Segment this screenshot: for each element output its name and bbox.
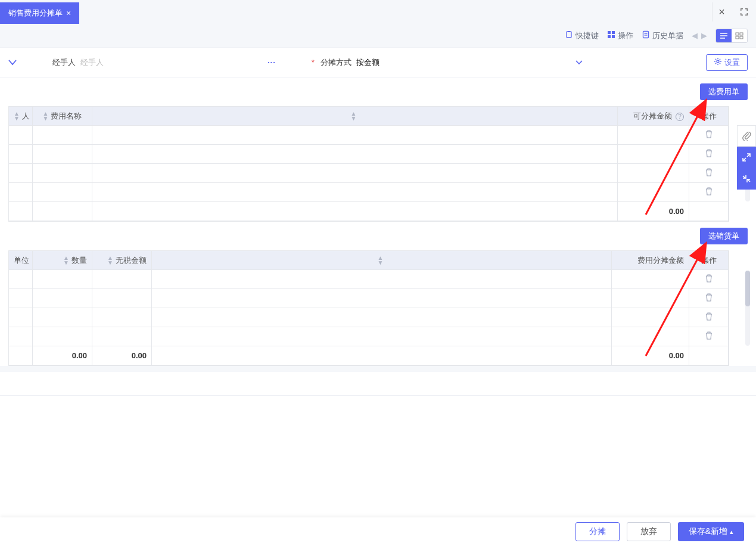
remark-area[interactable] (0, 372, 756, 396)
expense-table: 人 费用名称 可分摊金额 ? 操作 0.00 (8, 106, 729, 222)
svg-rect-1 (568, 31, 570, 32)
tab-close-icon[interactable]: × (66, 9, 71, 17)
sales-total-row: 0.00 0.00 0.00 (9, 346, 729, 365)
svg-rect-14 (736, 36, 739, 39)
chevron-up-icon: ▴ (730, 528, 733, 536)
col-operation: 操作 (689, 107, 729, 126)
history-button[interactable]: 历史单据 (642, 30, 683, 41)
view-grid-icon[interactable] (732, 29, 747, 42)
col-qty: 数量 (71, 256, 87, 265)
operate-label: 操作 (618, 30, 633, 41)
svg-rect-6 (643, 32, 649, 38)
table-row[interactable] (9, 308, 729, 327)
settings-button[interactable]: 设置 (706, 54, 748, 71)
allocate-button[interactable]: 分摊 (575, 522, 620, 541)
col-unit: 单位 (14, 256, 29, 265)
method-label: 分摊方式 (321, 57, 351, 68)
svg-point-16 (717, 60, 719, 63)
discard-button[interactable]: 放弃 (627, 522, 671, 541)
col-allocatable-amt: 可分摊金额 (633, 111, 672, 120)
sales-table: 单位 数量 无税金额 费用分摊金额 操作 0.00 0.00 (8, 250, 729, 366)
scrollbar[interactable] (745, 271, 750, 346)
sort-icon[interactable] (14, 111, 20, 121)
handler-input[interactable] (80, 58, 259, 67)
tab-bar: 销售费用分摊单 × × (0, 0, 756, 24)
svg-rect-3 (612, 31, 615, 34)
table-row[interactable] (9, 164, 729, 183)
sales-total-alloc: 0.00 (612, 346, 689, 365)
handler-more-icon[interactable]: ··· (267, 58, 276, 67)
fullscreen-icon[interactable] (738, 6, 750, 18)
expand-in-icon[interactable] (737, 168, 756, 190)
col-notax: 无税金额 (116, 256, 147, 265)
shortcut-button[interactable]: 快捷键 (565, 30, 599, 41)
method-chevron-icon[interactable] (575, 58, 583, 67)
sort-icon[interactable] (63, 256, 69, 265)
sort-icon[interactable] (107, 256, 113, 265)
trash-icon[interactable] (705, 274, 713, 284)
trash-icon[interactable] (705, 149, 713, 159)
active-tab[interactable]: 销售费用分摊单 × (0, 2, 79, 24)
attachment-icon[interactable] (737, 125, 756, 147)
gear-icon (714, 57, 722, 67)
operate-button[interactable]: 操作 (607, 30, 633, 41)
table-row[interactable] (9, 145, 729, 164)
sort-icon[interactable] (378, 256, 384, 265)
svg-rect-4 (608, 35, 611, 38)
section-gap (0, 366, 756, 372)
table-row[interactable] (9, 270, 729, 289)
col-alloc-amt: 费用分摊金额 (637, 256, 684, 265)
save-new-button[interactable]: 保存&新增 ▴ (678, 522, 744, 541)
view-toggle (715, 29, 748, 43)
col-operation: 操作 (689, 251, 729, 270)
page-close-button[interactable]: × (712, 2, 731, 21)
svg-rect-2 (608, 31, 611, 34)
nav-prev-icon[interactable]: ◀ (692, 31, 698, 40)
expense-section: 选费用单 人 费用名称 可分摊金额 ? 操作 (0, 77, 756, 222)
view-list-icon[interactable] (716, 29, 732, 42)
required-mark: * (312, 58, 315, 67)
svg-rect-15 (740, 36, 743, 39)
handler-label: 经手人 (52, 57, 76, 68)
sales-total-notax: 0.00 (92, 346, 152, 365)
sort-icon[interactable] (351, 111, 357, 121)
col-expense-name: 费用名称 (51, 111, 82, 120)
history-label: 历史单据 (652, 30, 683, 41)
svg-rect-12 (736, 33, 739, 35)
table-row[interactable] (9, 126, 729, 145)
shortcut-label: 快捷键 (575, 30, 599, 41)
expense-total-row: 0.00 (9, 202, 729, 221)
table-row[interactable] (9, 183, 729, 202)
help-icon[interactable]: ? (676, 113, 684, 121)
select-expense-button[interactable]: 选费用单 (700, 83, 748, 100)
nav-arrows: ◀ ▶ (692, 31, 707, 40)
save-new-label: 保存&新增 (689, 526, 727, 537)
collapse-chevron-icon[interactable] (8, 58, 17, 67)
svg-rect-5 (612, 35, 615, 38)
clipboard-icon (565, 30, 573, 41)
tab-title: 销售费用分摊单 (8, 8, 63, 18)
select-sales-button[interactable]: 选销货单 (700, 228, 748, 244)
footer-bar: 分摊 放弃 保存&新增 ▴ (0, 517, 756, 546)
sort-icon[interactable] (43, 111, 49, 121)
trash-icon[interactable] (705, 130, 713, 140)
table-row[interactable] (9, 327, 729, 346)
trash-icon[interactable] (705, 293, 713, 303)
trash-icon[interactable] (705, 312, 713, 322)
svg-rect-0 (567, 32, 571, 38)
trash-icon[interactable] (705, 168, 713, 178)
sales-section: 选销货单 单位 数量 无税金额 费用分摊金额 操作 (0, 222, 756, 366)
method-input[interactable] (356, 58, 571, 67)
trash-icon[interactable] (705, 187, 713, 197)
handler-field: 经手人 ··· (52, 57, 276, 68)
svg-rect-13 (740, 33, 743, 35)
table-row[interactable] (9, 289, 729, 308)
side-float (737, 125, 756, 190)
sales-header-row: 单位 数量 无税金额 费用分摊金额 操作 (9, 251, 729, 270)
trash-icon[interactable] (705, 331, 713, 342)
form-row: 经手人 ··· * 分摊方式 设置 (0, 48, 756, 77)
nav-next-icon[interactable]: ▶ (701, 31, 707, 40)
document-icon (642, 30, 650, 41)
sales-total-qty: 0.00 (33, 346, 92, 365)
expand-out-icon[interactable] (737, 147, 756, 168)
